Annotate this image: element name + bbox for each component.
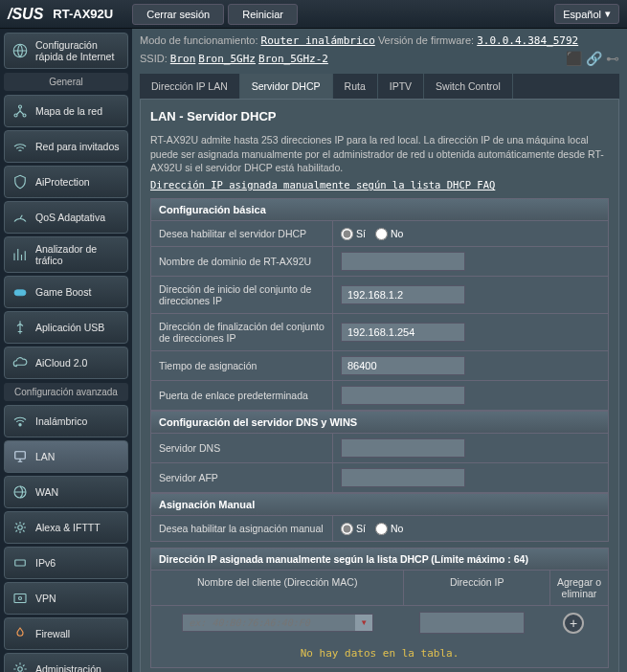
dns-server-label: Servidor DNS [151,434,333,462]
col-action-header: Agregar o eliminar [550,571,608,605]
basic-config-header: Configuración básica [150,198,609,221]
alexa-icon [11,518,30,537]
add-entry-button[interactable]: + [563,613,584,634]
logout-button[interactable]: Cerrar sesión [132,4,224,25]
enable-manual-no[interactable]: No [375,523,403,535]
aimesh-icon[interactable]: 🔗 [586,51,602,66]
network-icon [11,101,30,121]
reboot-button[interactable]: Reiniciar [228,4,298,25]
chevron-down-icon: ▾ [605,8,611,20]
status-led-icon[interactable]: ⬛ [566,51,582,66]
svg-point-8 [18,526,23,530]
col-mac-header: Nombre del cliente (Dirección MAC) [151,571,404,605]
sidebar: Configuración rápida de Internet General… [0,29,132,672]
usb-status-icon[interactable]: ⊷ [606,51,619,66]
sidebar-alexa-ifttt[interactable]: Alexa & IFTTT [4,511,128,544]
mac-input[interactable] [183,615,355,631]
enable-dhcp-yes[interactable]: Sí [341,228,366,240]
globe-icon [11,482,30,502]
chart-icon [11,245,30,264]
sidebar-administration[interactable]: Administración [4,653,128,672]
usb-icon [11,318,30,337]
quick-internet-setup[interactable]: Configuración rápida de Internet [4,33,128,69]
col-ip-header: Dirección IP [404,571,550,605]
manual-assign-header: Asignación Manual [150,493,609,516]
no-data-message: No hay datos en la tabla. [151,639,608,667]
domain-input[interactable] [341,252,465,271]
dns-server-input[interactable] [341,438,465,458]
sidebar-wan[interactable]: WAN [4,476,128,508]
top-bar: /SUS RT-AX92U Cerrar sesión Reiniciar Es… [0,0,627,29]
sidebar-ipv6[interactable]: IPv6 [4,547,128,579]
lease-input[interactable] [341,356,465,375]
firewall-icon [11,624,30,643]
general-header: General [4,73,128,91]
info-row-2: SSID: Bron Bron_5GHz Bron_5GHz-2 ⬛ 🔗 ⊷ [140,49,619,68]
gateway-input[interactable] [341,386,465,405]
svg-rect-6 [15,452,26,459]
tab-dhcp-server[interactable]: Servidor DHCP [240,74,333,99]
dns-wins-header: Configuración del servidor DNS y WINS [150,411,609,434]
firmware-version-value[interactable]: 3.0.0.4.384_5792 [477,34,578,47]
sidebar-usb-app[interactable]: Aplicación USB [4,311,128,344]
panel-description: RT-AX92U admite hasta 253 direcciones IP… [150,133,609,175]
mac-dropdown-button[interactable]: ▼ [355,615,372,631]
start-ip-input[interactable] [341,285,465,304]
sidebar-guest-network[interactable]: Red para invitados [4,130,128,163]
vpn-icon [11,589,30,608]
svg-point-1 [19,105,22,108]
lan-tabs: Dirección IP LAN Servidor DHCP Ruta IPTV… [140,74,619,99]
shield-icon [11,172,30,191]
sidebar-firewall[interactable]: Firewall [4,617,128,650]
manual-ip-table: Dirección IP asignada manualmente según … [150,548,609,668]
svg-point-5 [19,424,21,426]
ssid-2: Bron_5GHz [198,53,256,65]
ssid-3: Bron_5GHz-2 [258,53,328,65]
end-ip-label: Dirección de finalización del conjunto d… [151,314,333,350]
afp-server-input[interactable] [341,468,465,487]
tab-iptv[interactable]: IPTV [378,74,424,99]
enable-dhcp-no[interactable]: No [375,228,403,240]
globe-gear-icon [11,41,30,60]
ssid-1: Bron [170,53,196,65]
sidebar-wireless[interactable]: Inalámbrico [4,405,128,437]
afp-server-label: Servidor AFP [151,463,333,492]
tab-switch-control[interactable]: Switch Control [424,74,513,99]
manual-ip-input[interactable] [419,612,525,634]
svg-rect-4 [14,290,26,296]
language-select[interactable]: Español ▾ [554,4,619,24]
enable-dhcp-label: Desea habilitar el servidor DHCP [151,221,333,246]
svg-rect-10 [14,594,26,603]
tab-lan-ip[interactable]: Dirección IP LAN [140,74,240,99]
wireless-icon [11,412,30,431]
manual-table-header: Dirección IP asignada manualmente según … [151,549,608,571]
sidebar-lan[interactable]: LAN [4,440,128,473]
model-name: RT-AX92U [53,7,113,21]
cloud-icon [11,353,30,372]
gear-icon [11,660,30,672]
faq-link[interactable]: Dirección IP asignada manualmente según … [150,179,495,190]
advanced-header: Configuración avanzada [4,383,128,401]
lan-icon [11,447,30,466]
brand-logo: /SUS [8,6,43,23]
sidebar-aicloud[interactable]: AiCloud 2.0 [4,347,128,379]
enable-manual-yes[interactable]: Sí [341,523,366,535]
sidebar-traffic-analyzer[interactable]: Analizador de tráfico [4,236,128,273]
sidebar-aiprotection[interactable]: AiProtection [4,166,128,198]
dhcp-panel: LAN - Servidor DHCP RT-AX92U admite hast… [140,99,619,672]
end-ip-input[interactable] [341,323,465,342]
gauge-icon [11,208,30,227]
svg-point-12 [18,667,23,672]
tab-route[interactable]: Ruta [333,74,378,99]
sidebar-qos[interactable]: QoS Adaptativa [4,201,128,234]
main-content: Modo de funcionamiento: Router inalámbri… [132,29,627,672]
sidebar-game-boost[interactable]: Game Boost [4,276,128,308]
operation-mode-value[interactable]: Router inalámbrico [261,34,375,47]
sidebar-network-map[interactable]: Mapa de la red [4,95,128,127]
info-row-1: Modo de funcionamiento: Router inalámbri… [140,33,619,49]
sidebar-vpn[interactable]: VPN [4,582,128,615]
enable-manual-label: Desea habilitar la asignación manual [151,516,333,541]
panel-title: LAN - Servidor DHCP [150,109,609,123]
gamepad-icon [11,282,30,302]
wifi-guest-icon [11,137,30,156]
